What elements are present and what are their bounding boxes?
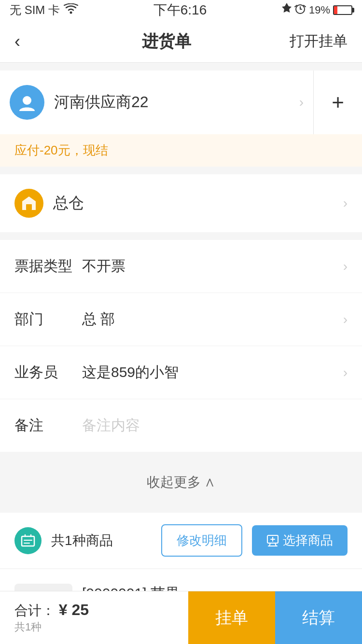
total-count: 共1种 [14,620,174,634]
separator-1 [0,63,362,70]
remark-value: 备注内容 [82,416,348,435]
department-value: 总 部 [82,309,343,329]
salesman-value: 这是859的小智 [82,363,343,382]
warehouse-chevron-icon: › [343,196,348,211]
salesman-row[interactable]: 业务员 这是859的小智 › [0,346,362,399]
supplier-avatar [10,85,44,120]
salesman-chevron-icon: › [343,365,348,380]
bottom-bar: 合计： ¥ 25 共1种 挂单 结算 [0,591,362,644]
location-icon [282,3,292,17]
status-carrier: 无 SIM 卡 [10,2,78,18]
supplier-chevron-icon: › [299,95,304,110]
department-label: 部门 [14,309,82,329]
collapse-button[interactable]: 收起更多 ∧ [0,460,362,505]
invoice-type-value: 不开票 [82,256,343,276]
warehouse-row[interactable]: 总仓 › [0,174,362,232]
total-amount: ¥ 25 [59,601,89,618]
select-product-label: 选择商品 [283,532,333,549]
select-product-button[interactable]: 选择商品 [252,525,348,556]
invoice-chevron-icon: › [343,259,348,274]
supplier-row[interactable]: 河南供应商22 › [0,70,314,134]
wifi-icon [64,3,78,17]
product-count: 共1种商品 [51,532,152,550]
total-prefix: 合计： [14,603,55,618]
form-section: 票据类型 不开票 › 部门 总 部 › 业务员 这是859的小智 › 备注 备注… [0,240,362,452]
svg-point-4 [23,96,31,105]
open-pending-button[interactable]: 打开挂单 [290,31,348,51]
battery-percentage: 19% [309,4,330,16]
salesman-label: 业务员 [14,363,82,382]
nav-bar: ‹ 进货单 打开挂单 [0,20,362,63]
supplier-section: 河南供应商22 › + [0,70,362,134]
total-row: 合计： ¥ 25 [14,601,174,620]
warehouse-name: 总仓 [53,193,343,214]
main-content: 河南供应商22 › + 应付-20元，现结 总仓 › 票据类型 不开票 › 部门… [0,63,362,644]
edit-detail-button[interactable]: 修改明细 [161,524,242,557]
status-time: 下午6:16 [153,1,207,19]
supplier-alert: 应付-20元，现结 [0,134,362,167]
status-bar: 无 SIM 卡 下午6:16 19 [0,0,362,20]
total-label: 合计： ¥ 25 [14,603,89,618]
battery-icon [333,5,352,15]
svg-point-0 [70,12,72,14]
department-chevron-icon: › [343,312,348,327]
warehouse-icon [14,189,43,218]
pending-button[interactable]: 挂单 [188,591,275,644]
department-row[interactable]: 部门 总 部 › [0,293,362,346]
total-section: 合计： ¥ 25 共1种 [0,591,188,644]
carrier-text: 无 SIM 卡 [10,2,60,18]
invoice-type-label: 票据类型 [14,256,82,276]
battery-fill [334,6,337,14]
supplier-name: 河南供应商22 [54,92,299,113]
product-count-icon [14,527,42,554]
product-header: 共1种商品 修改明细 选择商品 [0,513,362,568]
add-supplier-button[interactable]: + [314,70,362,134]
svg-rect-5 [26,204,32,210]
svg-rect-6 [22,536,34,546]
back-button[interactable]: ‹ [14,31,43,52]
page-title: 进货单 [142,30,191,53]
alarm-icon [294,3,306,17]
invoice-type-row[interactable]: 票据类型 不开票 › [0,240,362,293]
remark-row[interactable]: 备注 备注内容 [0,399,362,452]
status-indicators: 19% [282,3,352,17]
checkout-button[interactable]: 结算 [275,591,362,644]
remark-label: 备注 [14,416,82,435]
